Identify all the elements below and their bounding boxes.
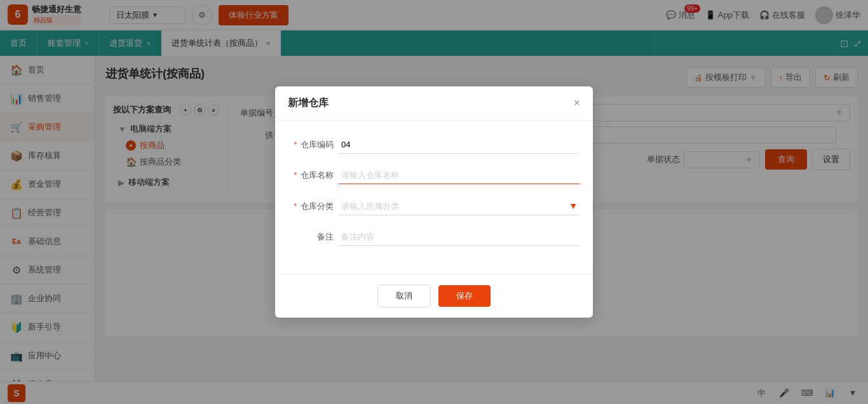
modal-close-icon[interactable]: × (573, 97, 580, 110)
category-input[interactable] (341, 201, 569, 211)
form-row-name: * 仓库名称 (288, 166, 580, 184)
category-dropdown-icon[interactable]: ▼ (569, 201, 578, 211)
modal-body: * 仓库编码 * 仓库名称 * 仓库分类 (275, 121, 593, 274)
modal-title: 新增仓库 (288, 97, 329, 110)
form-row-code: * 仓库编码 (288, 136, 580, 154)
modal-add-warehouse: 新增仓库 × * 仓库编码 * 仓库名称 (275, 86, 593, 318)
save-button[interactable]: 保存 (438, 285, 491, 307)
code-label: * 仓库编码 (288, 139, 339, 151)
cancel-button[interactable]: 取消 (377, 285, 431, 307)
form-row-category: * 仓库分类 ▼ (288, 197, 580, 215)
category-label: * 仓库分类 (288, 201, 339, 212)
form-row-note: 备注 (288, 228, 580, 246)
name-input[interactable] (339, 166, 580, 184)
modal-overlay[interactable]: 新增仓库 × * 仓库编码 * 仓库名称 (0, 0, 868, 404)
note-input[interactable] (339, 228, 580, 246)
note-label: 备注 (288, 231, 339, 243)
modal-header: 新增仓库 × (275, 86, 593, 121)
code-input[interactable] (339, 136, 580, 154)
category-select-row[interactable]: ▼ (339, 197, 580, 215)
name-label: * 仓库名称 (288, 170, 339, 181)
modal-footer: 取消 保存 (275, 274, 593, 318)
